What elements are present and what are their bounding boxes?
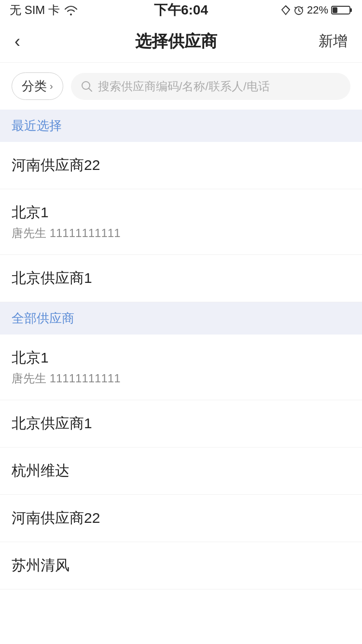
search-input-wrapper[interactable]: 搜索供应商编码/名称/联系人/电话 (71, 73, 350, 100)
carrier-text: 无 SIM 卡 (10, 2, 60, 18)
item-name: 北京1 (12, 348, 350, 368)
search-bar: 分类 › 搜索供应商编码/名称/联系人/电话 (0, 63, 362, 110)
add-button[interactable]: 新增 (309, 31, 348, 51)
item-sub: 唐先生 11111111111 (12, 371, 350, 386)
recent-section-header: 最近选择 (0, 110, 362, 142)
location-icon (281, 5, 291, 15)
recent-list: 河南供应商22 北京1 唐先生 11111111111 北京供应商1 (0, 142, 362, 302)
back-button[interactable]: ‹ (14, 31, 43, 52)
battery-percent: 22% (307, 4, 328, 16)
alarm-icon (293, 5, 304, 15)
item-name: 北京供应商1 (12, 268, 350, 288)
chevron-right-icon: › (50, 81, 53, 92)
list-item[interactable]: 北京供应商1 (0, 255, 362, 302)
search-icon (81, 80, 93, 93)
list-item[interactable]: 北京1 唐先生 11111111111 (0, 335, 362, 400)
page-title: 选择供应商 (43, 30, 309, 53)
search-placeholder: 搜索供应商编码/名称/联系人/电话 (98, 79, 270, 94)
all-list: 北京1 唐先生 11111111111 北京供应商1 杭州维达 河南供应商22 … (0, 335, 362, 589)
status-left: 无 SIM 卡 (10, 2, 78, 18)
status-right: 22% (281, 4, 352, 16)
list-item[interactable]: 北京供应商1 (0, 400, 362, 448)
item-name: 北京1 (12, 203, 350, 223)
list-item[interactable]: 河南供应商22 (0, 495, 362, 542)
item-name: 河南供应商22 (12, 155, 350, 175)
category-label: 分类 (22, 78, 47, 95)
category-button[interactable]: 分类 › (12, 72, 63, 100)
item-name: 苏州清风 (12, 556, 350, 575)
svg-rect-2 (350, 8, 352, 12)
nav-bar: ‹ 选择供应商 新增 (0, 20, 362, 63)
item-name: 河南供应商22 (12, 508, 350, 528)
status-time: 下午6:04 (154, 1, 208, 19)
item-name: 杭州维达 (12, 461, 350, 481)
list-item[interactable]: 杭州维达 (0, 448, 362, 495)
status-bar: 无 SIM 卡 下午6:04 22% (0, 0, 362, 20)
list-item[interactable]: 北京1 唐先生 11111111111 (0, 189, 362, 255)
list-item[interactable]: 苏州清风 (0, 542, 362, 589)
item-sub: 唐先生 11111111111 (12, 225, 350, 241)
list-item[interactable]: 河南供应商22 (0, 142, 362, 189)
all-section-header: 全部供应商 (0, 302, 362, 335)
svg-rect-3 (333, 7, 337, 13)
wifi-icon (64, 5, 78, 15)
battery-icon (331, 5, 352, 15)
item-name: 北京供应商1 (12, 414, 350, 434)
